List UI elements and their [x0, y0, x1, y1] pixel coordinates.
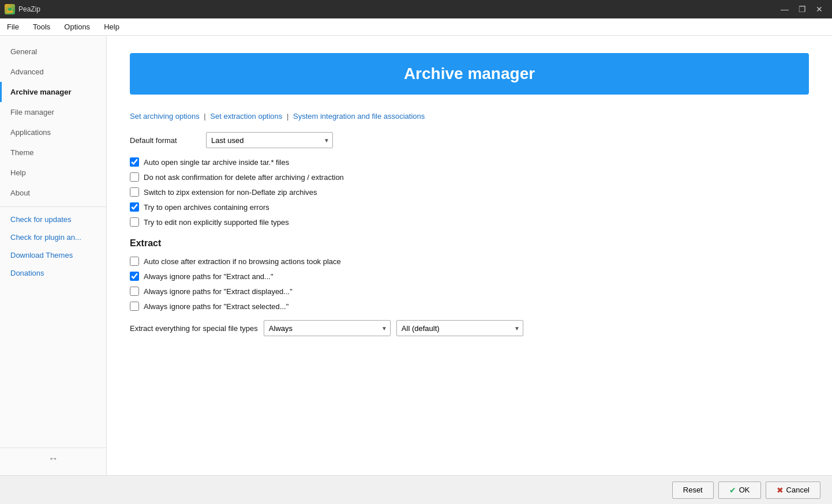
sidebar-resize-arrows[interactable]: ↔ [48, 453, 58, 465]
set-extraction-link[interactable]: Set extraction options [210, 112, 282, 121]
set-archiving-link[interactable]: Set archiving options [130, 112, 200, 121]
checkbox-try-open-errors-label[interactable]: Try to open archives containing errors [144, 203, 269, 212]
checkbox-try-open-errors: Try to open archives containing errors [130, 202, 809, 212]
checkbox-no-confirm-delete-label[interactable]: Do not ask confirmation for delete after… [144, 173, 344, 182]
page-title: Archive manager [141, 65, 797, 83]
minimize-button[interactable]: — [777, 2, 793, 16]
checkboxes-section: Auto open single tar archive inside tar.… [130, 157, 809, 227]
close-button[interactable]: ✕ [811, 2, 827, 16]
checkbox-auto-close-extract: Auto close after extraction if no browsi… [130, 257, 809, 266]
main-layout: General Advanced Archive manager File ma… [0, 36, 832, 475]
checkbox-no-confirm-delete: Do not ask confirmation for delete after… [130, 172, 809, 182]
checkbox-auto-close-extract-label[interactable]: Auto close after extraction if no browsi… [144, 257, 341, 266]
menu-options[interactable]: Options [57, 20, 97, 33]
default-format-row: Default format Last used zip 7z tar bz2 … [130, 132, 809, 148]
extract-special-select2[interactable]: All (default) None Archives Images [396, 320, 523, 336]
checkbox-switch-zipx-input[interactable] [130, 187, 139, 197]
extract-section-heading: Extract [130, 238, 809, 249]
extract-special-select1-wrapper: Always Never Ask [264, 320, 391, 336]
sidebar-bottom: ↔ [0, 447, 106, 469]
sidebar-item-help[interactable]: Help [0, 163, 106, 183]
menu-tools[interactable]: Tools [26, 20, 57, 33]
sidebar-item-advanced[interactable]: Advanced [0, 62, 106, 82]
default-format-select-wrapper: Last used zip 7z tar bz2 gz [206, 132, 333, 148]
menu-file[interactable]: File [0, 20, 26, 33]
reset-label: Reset [683, 486, 703, 494]
cancel-icon: ✖ [777, 486, 784, 495]
checkbox-always-ignore-paths-displayed: Always ignore paths for "Extract display… [130, 287, 809, 296]
maximize-button[interactable]: ❐ [794, 2, 810, 16]
sidebar-link-donations[interactable]: Donations [0, 264, 106, 282]
checkbox-auto-open-tar-label[interactable]: Auto open single tar archive inside tar.… [144, 158, 289, 167]
cancel-button[interactable]: ✖ Cancel [766, 482, 820, 499]
page-header: Archive manager [130, 53, 809, 95]
cancel-label: Cancel [786, 486, 809, 494]
sidebar-link-check-updates[interactable]: Check for updates [0, 210, 106, 228]
sidebar-item-file-manager[interactable]: File manager [0, 102, 106, 122]
system-integration-link[interactable]: System integration and file associations [293, 112, 425, 121]
checkbox-always-ignore-paths-selected-label[interactable]: Always ignore paths for "Extract selecte… [144, 302, 288, 311]
sidebar-item-archive-manager[interactable]: Archive manager [0, 82, 106, 102]
sidebar-item-general[interactable]: General [0, 42, 106, 62]
extract-special-label: Extract everything for special file type… [130, 324, 258, 333]
reset-button[interactable]: Reset [672, 482, 714, 499]
svg-point-1 [8, 7, 12, 11]
separator-1: | [204, 112, 208, 121]
checkbox-always-ignore-paths-selected: Always ignore paths for "Extract selecte… [130, 302, 809, 311]
sidebar-nav: General Advanced Archive manager File ma… [0, 42, 106, 447]
sidebar-item-about[interactable]: About [0, 183, 106, 203]
checkbox-always-ignore-paths-and-label[interactable]: Always ignore paths for "Extract and..." [144, 272, 273, 281]
checkbox-try-edit-nonsupported: Try to edit non explicitly supported fil… [130, 217, 809, 227]
extract-checkboxes-section: Auto close after extraction if no browsi… [130, 257, 809, 311]
checkbox-try-edit-nonsupported-label[interactable]: Try to edit non explicitly supported fil… [144, 218, 289, 227]
bottom-bar: Reset ✔ OK ✖ Cancel [0, 475, 832, 504]
ok-icon: ✔ [729, 486, 736, 495]
menubar: File Tools Options Help [0, 18, 832, 36]
menu-help[interactable]: Help [97, 20, 126, 33]
ok-button[interactable]: ✔ OK [718, 482, 761, 499]
titlebar-title: PeaZip [18, 5, 40, 13]
sidebar-item-theme[interactable]: Theme [0, 142, 106, 163]
checkbox-try-open-errors-input[interactable] [130, 202, 139, 212]
sidebar-link-check-plugin[interactable]: Check for plugin an... [0, 228, 106, 246]
checkbox-auto-open-tar-input[interactable] [130, 157, 139, 167]
checkbox-always-ignore-paths-and-input[interactable] [130, 272, 139, 281]
default-format-select[interactable]: Last used zip 7z tar bz2 gz [206, 132, 333, 148]
checkbox-switch-zipx: Switch to zipx extension for non-Deflate… [130, 187, 809, 197]
app-icon [5, 4, 15, 14]
checkbox-always-ignore-paths-displayed-label[interactable]: Always ignore paths for "Extract display… [144, 287, 293, 296]
checkbox-auto-close-extract-input[interactable] [130, 257, 139, 266]
checkbox-try-edit-nonsupported-input[interactable] [130, 217, 139, 227]
checkbox-switch-zipx-label[interactable]: Switch to zipx extension for non-Deflate… [144, 188, 317, 197]
content-area: Archive manager Set archiving options | … [107, 36, 832, 475]
checkbox-always-ignore-paths-displayed-input[interactable] [130, 287, 139, 296]
titlebar: PeaZip — ❐ ✕ [0, 0, 832, 18]
titlebar-left: PeaZip [5, 4, 40, 14]
checkbox-auto-open-tar: Auto open single tar archive inside tar.… [130, 157, 809, 167]
sidebar: General Advanced Archive manager File ma… [0, 36, 107, 475]
extract-special-select1[interactable]: Always Never Ask [264, 320, 391, 336]
ok-label: OK [739, 486, 750, 494]
checkbox-always-ignore-paths-selected-input[interactable] [130, 302, 139, 311]
sidebar-link-download-themes[interactable]: Download Themes [0, 246, 106, 264]
links-row: Set archiving options | Set extraction o… [130, 112, 809, 121]
checkbox-no-confirm-delete-input[interactable] [130, 172, 139, 182]
sidebar-item-applications[interactable]: Applications [0, 122, 106, 142]
default-format-label: Default format [130, 136, 199, 145]
checkbox-always-ignore-paths-and: Always ignore paths for "Extract and..." [130, 272, 809, 281]
titlebar-controls: — ❐ ✕ [777, 2, 827, 16]
separator-2: | [287, 112, 291, 121]
extract-special-row: Extract everything for special file type… [130, 320, 809, 336]
extract-special-select2-wrapper: All (default) None Archives Images [396, 320, 523, 336]
sidebar-divider [0, 206, 106, 207]
